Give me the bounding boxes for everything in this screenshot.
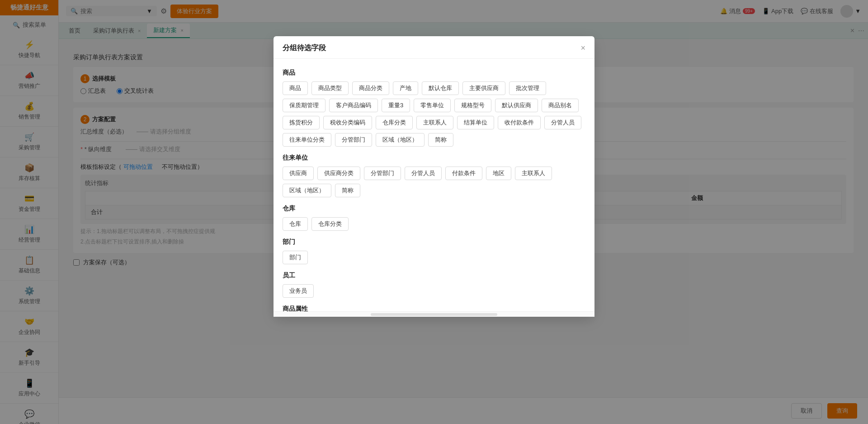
modal-hscroll xyxy=(274,311,594,317)
field-tag[interactable]: 仓库分类 xyxy=(376,116,413,129)
field-tag[interactable]: 税收分类编码 xyxy=(323,116,372,129)
field-tag[interactable]: 主联系人 xyxy=(515,167,552,180)
field-select-modal: 分组待选字段 × 商品 商品 商品类型 商品分类 产地 默认仓库 主要供应商 批… xyxy=(274,36,594,317)
field-tag[interactable]: 产地 xyxy=(393,81,418,95)
modal-header: 分组待选字段 × xyxy=(274,36,594,59)
field-tag[interactable]: 往来单位分类 xyxy=(283,133,331,147)
section-warehouse-title: 仓库 xyxy=(283,205,585,213)
section-goods-title: 商品 xyxy=(283,69,585,77)
section-goods-fields: 商品 商品类型 商品分类 产地 默认仓库 主要供应商 批次管理 保质期管理 客户… xyxy=(283,81,585,147)
field-tag[interactable]: 重量3 xyxy=(382,99,410,112)
field-tag[interactable]: 主要供应商 xyxy=(462,81,505,95)
field-tag[interactable]: 业务员 xyxy=(283,284,314,298)
field-tag[interactable]: 默认供应商 xyxy=(495,99,538,112)
section-dept-title: 部门 xyxy=(283,238,585,246)
field-tag[interactable]: 付款条件 xyxy=(445,167,482,180)
field-tag[interactable]: 商品 xyxy=(283,81,308,95)
field-tag[interactable]: 简称 xyxy=(335,184,360,197)
field-tag[interactable]: 供应商分类 xyxy=(317,167,360,180)
field-tag[interactable]: 简称 xyxy=(428,133,453,147)
section-employee-title: 员工 xyxy=(283,272,585,280)
field-tag[interactable]: 客户商品编码 xyxy=(329,99,378,112)
field-tag[interactable]: 商品分类 xyxy=(352,81,389,95)
field-tag[interactable]: 结算单位 xyxy=(457,116,494,129)
field-tag[interactable]: 部门 xyxy=(283,251,308,264)
section-dept-fields: 部门 xyxy=(283,251,585,264)
field-tag[interactable]: 商品别名 xyxy=(542,99,579,112)
hscroll-thumb[interactable] xyxy=(371,313,498,316)
section-employee-fields: 业务员 xyxy=(283,284,585,298)
modal-title: 分组待选字段 xyxy=(283,43,326,53)
section-goods-attrs-title: 商品属性 xyxy=(283,305,585,311)
field-tag[interactable]: 主联系人 xyxy=(416,116,453,129)
field-tag[interactable]: 区域（地区） xyxy=(283,184,331,197)
field-tag[interactable]: 供应商 xyxy=(283,167,314,180)
field-tag[interactable]: 分管部门 xyxy=(335,133,372,147)
section-partner-title: 往来单位 xyxy=(283,154,585,162)
field-tag[interactable]: 保质期管理 xyxy=(283,99,326,112)
section-warehouse-fields: 仓库 仓库分类 xyxy=(283,217,585,231)
field-tag[interactable]: 收付款条件 xyxy=(498,116,541,129)
field-tag[interactable]: 分管人员 xyxy=(405,167,442,180)
field-tag[interactable]: 批次管理 xyxy=(509,81,546,95)
field-tag[interactable]: 默认仓库 xyxy=(422,81,459,95)
field-tag[interactable]: 分管人员 xyxy=(544,116,581,129)
field-tag[interactable]: 拣货积分 xyxy=(283,116,320,129)
field-tag[interactable]: 分管部门 xyxy=(364,167,401,180)
field-tag[interactable]: 零售单位 xyxy=(414,99,451,112)
section-partner-fields: 供应商 供应商分类 分管部门 分管人员 付款条件 地区 主联系人 区域（地区） … xyxy=(283,167,585,197)
field-tag[interactable]: 地区 xyxy=(486,167,511,180)
field-tag[interactable]: 规格型号 xyxy=(454,99,491,112)
field-tag[interactable]: 仓库分类 xyxy=(311,217,349,231)
field-tag[interactable]: 区域（地区） xyxy=(376,133,425,147)
modal-body: 商品 商品 商品类型 商品分类 产地 默认仓库 主要供应商 批次管理 保质期管理… xyxy=(274,59,594,311)
field-tag[interactable]: 商品类型 xyxy=(311,81,349,95)
modal-close-button[interactable]: × xyxy=(580,43,585,53)
field-tag[interactable]: 仓库 xyxy=(283,217,308,231)
